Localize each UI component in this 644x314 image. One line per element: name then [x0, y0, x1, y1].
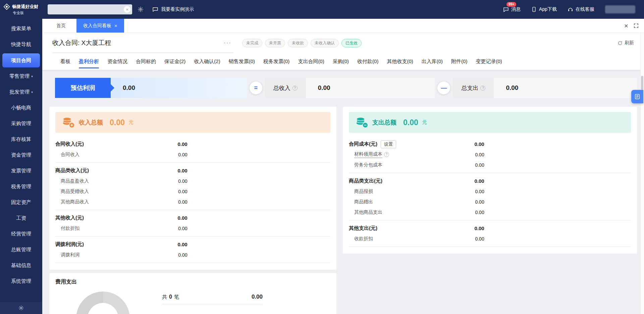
- income-summary-card: 收入总额 0.00 元 合同收入(元) 0.00: [49, 107, 336, 270]
- subtab-label: 附件(0): [451, 58, 467, 65]
- tab[interactable]: 首页 ×: [51, 19, 71, 33]
- more-actions-button[interactable]: ···: [224, 40, 231, 46]
- close-icon[interactable]: ×: [624, 22, 628, 29]
- subtab[interactable]: 看板: [60, 53, 70, 70]
- scrollbar-thumb[interactable]: [641, 76, 643, 90]
- status-badge: 未完成: [242, 39, 262, 47]
- subtab[interactable]: 收付款(0): [357, 53, 378, 70]
- subtab[interactable]: 合同标的: [136, 53, 156, 70]
- expense-card-header: 支出总额 0.00 元: [349, 112, 631, 133]
- estimated-profit-value: 0.00: [111, 78, 247, 98]
- status-badge: 未收款: [288, 39, 308, 47]
- sidebar-item-label: 批发管理: [9, 89, 30, 95]
- demo-link-label: 我要看实例演示: [161, 6, 194, 12]
- help-icon[interactable]: ?: [480, 86, 485, 91]
- sidebar-item[interactable]: 库存核算 ▾: [0, 132, 42, 147]
- chevron-down-icon: ▾: [31, 74, 33, 78]
- subtab-label: 盈利分析: [79, 58, 99, 65]
- sidebar-item-label: 搜索菜单: [11, 25, 31, 32]
- page-title: 收入合同: X大厦工程: [52, 39, 111, 47]
- gear-icon[interactable]: [18, 305, 24, 311]
- subtab[interactable]: 税务发票(0): [263, 53, 289, 70]
- income-group-header-row: 调拨利润(元) 0.00: [55, 239, 187, 250]
- sidebar-item[interactable]: 采购管理 ▾: [0, 116, 42, 132]
- subtab[interactable]: 收入确认(2): [194, 53, 220, 70]
- subtab[interactable]: 采购(0): [333, 53, 349, 70]
- status-badge: 未开票: [265, 39, 285, 47]
- income-group-header-row: 合同收入(元) 0.00: [55, 139, 187, 149]
- expense-detail-row: 商品赠出 ? 0.00: [349, 197, 484, 207]
- app-download-button[interactable]: App下载: [531, 6, 557, 12]
- subtab[interactable]: 销售发票(0): [229, 53, 255, 70]
- document-icon: [634, 94, 640, 100]
- sidebar-item[interactable]: 搜索菜单 ▾: [0, 21, 42, 37]
- sidebar-item[interactable]: 批发管理 ▾: [0, 84, 42, 100]
- sidebar-item[interactable]: 工资 ▾: [0, 210, 42, 226]
- income-group-header-row: 其他收入(元) 0.00: [55, 213, 187, 223]
- expense-group: 其他支出(元) 0.00 收款折扣: [349, 222, 631, 247]
- income-detail-row: 其他商品收入 0.00: [55, 197, 187, 207]
- settings-gear-icon[interactable]: [138, 6, 144, 12]
- expense-detail-row: 材料领用成本 ? 0.00: [349, 149, 484, 160]
- subtab-label: 支出合同(0): [298, 58, 324, 65]
- sidebar-item-label: 总账管理: [11, 247, 31, 253]
- income-total-value: 0.00: [110, 118, 125, 127]
- quick-form-widget[interactable]: [631, 90, 643, 103]
- sidebar-item-label: 项目合同: [11, 57, 31, 64]
- brand-edition-label: 专业版: [3, 10, 42, 15]
- message-bubble-icon: [503, 7, 509, 12]
- brand-name: 畅捷通好业财: [12, 4, 38, 10]
- refresh-icon: [618, 41, 623, 46]
- sidebar-item[interactable]: 零售管理 ▾: [0, 68, 42, 84]
- expense-total-value: 0.00: [403, 118, 418, 127]
- sidebar-item[interactable]: 快捷导航 ▾: [0, 37, 42, 52]
- sidebar-item[interactable]: 项目合同 ▾: [2, 53, 40, 67]
- sidebar-item[interactable]: 发票管理 ▾: [0, 163, 42, 179]
- online-service-button[interactable]: 在线客服: [568, 6, 594, 12]
- income-coins-icon: [62, 116, 75, 129]
- demo-link[interactable]: 我要看实例演示: [152, 6, 194, 12]
- tab[interactable]: 收入合同看板 ×: [76, 19, 124, 33]
- sidebar-item[interactable]: 系统管理 ▾: [0, 273, 42, 289]
- help-icon[interactable]: ?: [292, 86, 298, 91]
- sidebar-item[interactable]: 固定资产 ▾: [0, 195, 42, 210]
- sidebar-footer: [0, 302, 42, 314]
- refresh-button[interactable]: 刷新: [618, 40, 634, 46]
- messages-button[interactable]: 99+ 消息: [503, 6, 521, 12]
- subtab[interactable]: 盈利分析: [79, 53, 99, 70]
- subtab[interactable]: 附件(0): [451, 53, 467, 70]
- sidebar-item[interactable]: 税务管理 ▾: [0, 179, 42, 195]
- tab-close-icon[interactable]: ×: [114, 23, 117, 29]
- sidebar-item[interactable]: 总账管理 ▾: [0, 242, 42, 258]
- subtab[interactable]: 资金情况: [107, 53, 127, 70]
- settings-button[interactable]: 设置: [381, 140, 396, 148]
- tab-label: 收入合同看板: [83, 23, 111, 29]
- search-box-redacted[interactable]: ×: [48, 4, 132, 14]
- subtab[interactable]: 保证金(2): [164, 53, 185, 70]
- expense-coins-icon: [356, 116, 368, 129]
- sidebar-item[interactable]: 小畅电商 ▾: [0, 100, 42, 116]
- subtab[interactable]: 出入库(0): [422, 53, 443, 70]
- clear-icon[interactable]: ×: [124, 6, 130, 13]
- estimated-profit-button[interactable]: 预估利润: [55, 78, 111, 98]
- income-total-unit: 元: [129, 119, 133, 125]
- subtab[interactable]: 其他收支(0): [387, 53, 413, 70]
- sidebar-item[interactable]: 资金管理 ▾: [0, 147, 42, 163]
- subtab-label: 收付款(0): [357, 58, 378, 65]
- expense-group: 商品类支出(元) 0.00 商品报损: [349, 174, 631, 220]
- sidebar-item[interactable]: 基础信息 ▾: [0, 258, 42, 273]
- fullscreen-icon[interactable]: [634, 23, 639, 28]
- dashboard-content: 预估利润 0.00 = 总收入 ? 0.00 — 总支出 ? 0.00: [42, 70, 644, 314]
- income-group: 其他收入(元) 0.00 付款折扣 0.00: [55, 211, 330, 237]
- contract-title-field[interactable]: 收入合同: X大厦工程 ···: [52, 33, 233, 53]
- brand-logo-icon: [3, 3, 10, 10]
- sidebar-item[interactable]: 经营管理 ▾: [0, 226, 42, 242]
- scrollbar-track[interactable]: [640, 33, 644, 314]
- help-icon[interactable]: ?: [384, 152, 389, 157]
- income-group: 合同收入(元) 0.00 合同收入 0.00: [55, 138, 330, 163]
- subtab[interactable]: 支出合同(0): [298, 53, 324, 70]
- expense-group-header-row: 商品类支出(元) 0.00: [349, 176, 484, 186]
- user-name-redacted[interactable]: [605, 5, 635, 13]
- subtab[interactable]: 变更记录(0): [476, 53, 502, 70]
- subtab-label: 税务发票(0): [263, 58, 289, 65]
